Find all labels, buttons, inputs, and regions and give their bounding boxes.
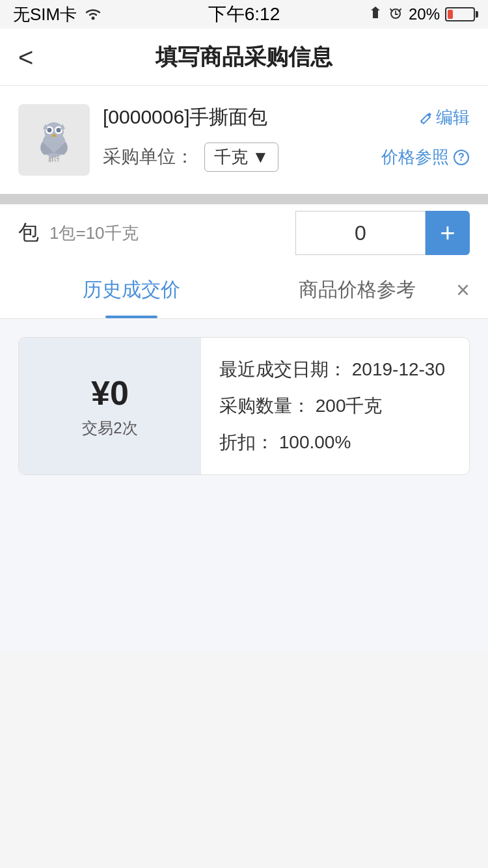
status-right: 20% (368, 5, 475, 23)
back-button[interactable]: < (18, 44, 33, 70)
svg-point-7 (57, 128, 61, 133)
page-title: 填写商品采购信息 (156, 42, 332, 72)
status-left: 无SIM卡 (13, 3, 103, 26)
dropdown-icon: ▼ (252, 147, 269, 167)
quantity-right: + (295, 211, 470, 255)
quantity-plus-button[interactable]: + (426, 211, 470, 255)
product-row: 群计 [0000006]手撕面包 编辑 采购单位： (18, 104, 470, 176)
card-price: ¥0 (91, 373, 129, 413)
discount-value: 100.00% (279, 432, 351, 452)
battery-icon (445, 7, 475, 21)
unit-hint: 1包=10千克 (49, 222, 139, 245)
battery-percent: 20% (409, 5, 440, 23)
discount-label: 折扣： (219, 432, 274, 452)
tab-price-ref-label: 商品价格参考 (299, 277, 416, 303)
panel-tabs: 历史成交价 商品价格参考 × (0, 262, 488, 319)
price-ref-label: 价格参照 (381, 146, 449, 169)
recent-date-label: 最近成交日期： (219, 359, 347, 379)
location-icon (368, 5, 383, 23)
purchase-unit-row: 采购单位： 千克 ▼ 价格参照 ? (103, 142, 470, 172)
unit-value: 千克 (214, 146, 248, 169)
carrier-text: 无SIM卡 (13, 3, 77, 26)
battery-fill (448, 10, 453, 19)
edit-label[interactable]: 编辑 (436, 106, 470, 129)
purchase-unit-group: 采购单位： 千克 ▼ (103, 142, 278, 172)
price-ref-button[interactable]: 价格参照 ? (381, 146, 470, 169)
card-right: 最近成交日期： 2019-12-30 采购数量： 200千克 折扣： 100.0… (201, 338, 469, 474)
owl-logo: 群计 (28, 114, 80, 166)
purchase-qty-value: 200千克 (316, 396, 383, 416)
svg-point-0 (92, 16, 95, 20)
tab-history-label: 历史成交价 (83, 277, 180, 303)
quantity-section: 包 1包=10千克 + (0, 204, 488, 262)
purchase-qty-label: 采购数量： (219, 396, 310, 416)
product-name: [0000006]手撕面包 (103, 104, 267, 131)
nav-bar: < 填写商品采购信息 (0, 29, 488, 86)
product-header: [0000006]手撕面包 编辑 (103, 104, 470, 131)
svg-text:群计: 群计 (48, 156, 60, 163)
quantity-left: 包 1包=10千克 (18, 219, 139, 247)
product-section: 群计 [0000006]手撕面包 编辑 采购单位： (0, 86, 488, 194)
edit-link[interactable]: 编辑 (419, 106, 470, 129)
recent-date-value: 2019-12-30 (352, 359, 445, 379)
tab-history-price[interactable]: 历史成交价 (18, 262, 244, 318)
svg-text:?: ? (458, 152, 465, 163)
status-bar: 无SIM卡 下午6:12 20% (0, 0, 488, 29)
card-trade-count: 交易2次 (82, 418, 137, 439)
purchase-qty-row: 采购数量： 200千克 (219, 392, 451, 420)
card-left: ¥0 交易2次 (19, 338, 201, 474)
plus-icon: + (440, 219, 455, 248)
alarm-icon (388, 5, 403, 23)
tab-product-price-ref[interactable]: 商品价格参考 (244, 262, 470, 318)
purchase-unit-label: 采购单位： (103, 146, 194, 167)
recent-date-row: 最近成交日期： 2019-12-30 (219, 356, 451, 383)
gray-divider (0, 194, 488, 204)
history-card: ¥0 交易2次 最近成交日期： 2019-12-30 采购数量： 200千克 折… (18, 337, 470, 475)
status-time: 下午6:12 (208, 2, 280, 27)
product-thumbnail: 群计 (18, 104, 90, 176)
tab-active-underline (105, 316, 157, 318)
svg-point-6 (47, 128, 52, 133)
discount-row: 折扣： 100.00% (219, 429, 451, 456)
quantity-input[interactable] (295, 211, 426, 255)
product-info: [0000006]手撕面包 编辑 采购单位： 千克 ▼ (103, 104, 470, 172)
unit-select[interactable]: 千克 ▼ (204, 142, 278, 172)
close-panel-button[interactable]: × (456, 277, 470, 304)
wifi-icon (83, 5, 103, 25)
unit-tag: 包 (18, 219, 39, 247)
bottom-panel: 历史成交价 商品价格参考 × ¥0 交易2次 最近成交日期： 2019-12-3… (0, 262, 488, 652)
